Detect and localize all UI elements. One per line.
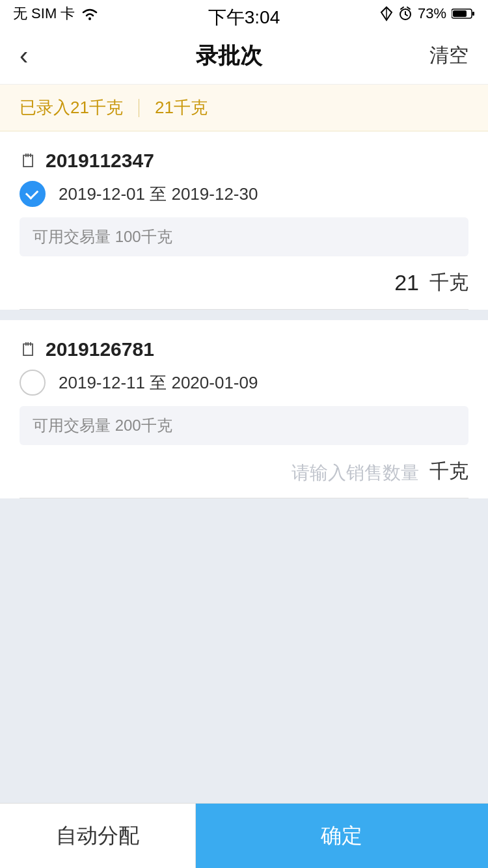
batch2-id: 2019126781 bbox=[46, 338, 154, 360]
alarm-icon bbox=[398, 6, 413, 21]
info-bar: 已录入21千克 21千克 bbox=[0, 85, 488, 131]
batch2-card: 🗒 2019126781 2019-12-11 至 2020-01-09 可用交… bbox=[0, 320, 488, 445]
batch1-input-wrapper: 千克 bbox=[0, 256, 488, 310]
batch1-available-qty: 可用交易量 100千克 bbox=[20, 217, 468, 256]
page-title: 录批次 bbox=[196, 41, 262, 71]
batch2-available-qty: 可用交易量 200千克 bbox=[20, 406, 468, 445]
batch2-row: 2019-12-11 至 2020-01-09 bbox=[20, 370, 468, 396]
batch2-icon: 🗒 bbox=[20, 339, 38, 360]
section-separator bbox=[0, 310, 488, 320]
batch2-quantity-input[interactable] bbox=[20, 459, 419, 484]
batch1-row: 2019-12-01 至 2019-12-30 bbox=[20, 181, 468, 207]
svg-rect-6 bbox=[472, 12, 474, 16]
clear-button[interactable]: 清空 bbox=[429, 42, 468, 69]
status-left: 无 SIM 卡 bbox=[13, 4, 100, 23]
battery-text: 73% bbox=[418, 5, 446, 22]
status-time: 下午3:04 bbox=[208, 5, 280, 30]
confirm-button[interactable]: 确定 bbox=[196, 804, 488, 868]
batch1-header: 🗒 2019112347 bbox=[20, 150, 468, 172]
batch1-card: 🗒 2019112347 2019-12-01 至 2019-12-30 可用交… bbox=[0, 131, 488, 256]
svg-line-4 bbox=[405, 14, 407, 16]
batch2-date: 2019-12-11 至 2020-01-09 bbox=[59, 372, 258, 394]
no-sim-text: 无 SIM 卡 bbox=[13, 4, 75, 23]
batch1-quantity-input[interactable] bbox=[20, 270, 419, 295]
status-right: 73% bbox=[380, 5, 475, 22]
svg-rect-7 bbox=[453, 10, 467, 17]
status-bar: 无 SIM 卡 下午3:04 73% bbox=[0, 0, 488, 27]
batch2-input-row: 千克 bbox=[20, 445, 468, 498]
batch1-radio[interactable] bbox=[20, 181, 46, 207]
wifi-icon bbox=[80, 7, 100, 21]
auto-distribute-button[interactable]: 自动分配 bbox=[0, 804, 196, 868]
info-divider bbox=[139, 99, 139, 117]
nav-bar: ‹ 录批次 清空 bbox=[0, 27, 488, 85]
batch1-id: 2019112347 bbox=[46, 150, 154, 172]
batch2-radio[interactable] bbox=[20, 370, 46, 396]
bottom-bar: 自动分配 确定 bbox=[0, 803, 488, 868]
batch1-input-row: 千克 bbox=[20, 256, 468, 309]
batch2-input-wrapper: 千克 bbox=[0, 445, 488, 498]
recorded-qty-label: 已录入21千克 bbox=[20, 96, 123, 119]
qty-value-label: 21千克 bbox=[155, 96, 208, 119]
batch2-unit: 千克 bbox=[429, 458, 468, 485]
batch1-unit: 千克 bbox=[429, 269, 468, 296]
back-button[interactable]: ‹ bbox=[20, 41, 28, 70]
batch1-icon: 🗒 bbox=[20, 150, 38, 172]
svg-point-0 bbox=[88, 18, 91, 20]
location-icon bbox=[380, 6, 393, 21]
batch2-header: 🗒 2019126781 bbox=[20, 338, 468, 360]
page-content: 已录入21千克 21千克 🗒 2019112347 2019-12-01 至 2… bbox=[0, 85, 488, 868]
batch1-date: 2019-12-01 至 2019-12-30 bbox=[59, 183, 258, 206]
battery-icon bbox=[452, 8, 475, 20]
